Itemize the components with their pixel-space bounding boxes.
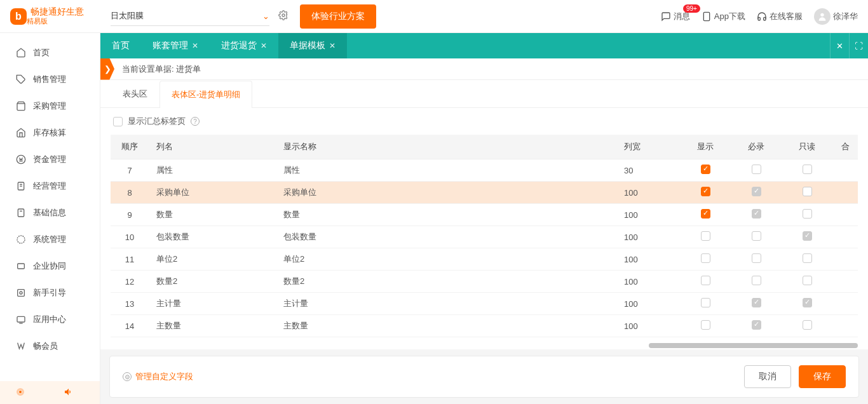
tab-3[interactable]: 单据模板✕ (278, 33, 347, 58)
manage-custom-fields-link[interactable]: ⚙ 管理自定义字段 (123, 371, 193, 382)
close-icon[interactable]: ✕ (261, 41, 267, 50)
checkbox[interactable] (803, 187, 812, 196)
org-name: 日太阳膜 (111, 10, 144, 22)
checkbox[interactable] (803, 276, 812, 285)
checkbox[interactable] (701, 209, 710, 219)
checkbox[interactable] (701, 320, 710, 330)
sidebar-item-8[interactable]: 企业协同 (0, 253, 100, 279)
tab-1[interactable]: 账套管理✕ (141, 33, 210, 58)
close-tab-button[interactable]: ✕ (830, 33, 849, 58)
col-show: 显示 (680, 135, 731, 159)
sidebar-item-11[interactable]: 畅会员 (0, 333, 100, 360)
tab-2[interactable]: 进货退货✕ (210, 33, 278, 58)
table-row[interactable]: 14主数量主数量100 (111, 315, 858, 337)
checkbox[interactable] (701, 276, 710, 285)
sidebar-item-2[interactable]: 采购管理 (0, 93, 100, 119)
avatar-icon (814, 8, 831, 25)
online-service-button[interactable]: 在线客服 (757, 11, 803, 22)
svg-rect-1 (703, 12, 709, 20)
org-selector[interactable]: 日太阳膜 ⌄ (111, 6, 269, 26)
svg-point-11 (17, 236, 25, 243)
table-row[interactable]: 13主计量主计量100 (111, 293, 858, 315)
sidebar-item-3[interactable]: 库存核算 (0, 119, 100, 146)
cancel-button[interactable]: 取消 (744, 365, 791, 388)
phone-icon (702, 11, 712, 22)
sync-icon (15, 234, 27, 245)
user-menu[interactable]: 徐泽华 (814, 8, 858, 25)
checkbox (803, 298, 812, 307)
footer-gear-icon[interactable] (15, 387, 25, 399)
close-icon[interactable]: ✕ (329, 41, 336, 50)
checkbox[interactable] (752, 276, 761, 285)
cart-icon (15, 100, 27, 112)
clip-icon (15, 180, 27, 192)
checkbox[interactable] (752, 165, 761, 174)
save-button[interactable]: 保存 (799, 365, 846, 388)
messages-button[interactable]: 消息 99+ (661, 11, 690, 22)
tab-0[interactable]: 首页 (100, 33, 141, 58)
tv-icon (15, 314, 27, 325)
sidebar-item-7[interactable]: 系统管理 (0, 226, 100, 253)
svg-point-3 (820, 13, 824, 16)
checkbox[interactable] (803, 320, 812, 330)
checkbox[interactable] (803, 165, 812, 174)
horizontal-scrollbar[interactable] (111, 343, 858, 349)
subtab-0[interactable]: 表头区 (111, 80, 159, 107)
message-badge: 99+ (683, 4, 700, 13)
table-row[interactable]: 7属性属性30 (111, 159, 858, 182)
sidebar-item-0[interactable]: 首页 (0, 39, 100, 66)
breadcrumb: ❯ 当前设置单据: 进货单 (100, 58, 868, 80)
sidebar-item-1[interactable]: 销售管理 (0, 66, 100, 93)
logo[interactable]: b 畅捷通好生意 精易版 (10, 6, 100, 26)
table-row[interactable]: 15报价报价80 (111, 337, 858, 341)
message-icon (661, 11, 671, 22)
house-icon (15, 127, 27, 138)
table-row[interactable]: 8采购单位采购单位100 (111, 182, 858, 204)
vip-icon (15, 340, 27, 352)
checkbox[interactable] (701, 253, 710, 263)
checkbox[interactable] (701, 187, 710, 196)
chevron-down-icon: ⌄ (262, 11, 269, 21)
logo-subtitle: 精易版 (27, 17, 84, 26)
svg-rect-12 (18, 264, 25, 269)
checkbox[interactable] (701, 298, 710, 307)
svg-point-14 (20, 292, 22, 294)
checkbox[interactable] (803, 209, 812, 219)
checkbox[interactable] (752, 253, 761, 263)
arrow-right-icon: ❯ (100, 58, 114, 80)
checkbox (752, 187, 761, 196)
sidebar-item-9[interactable]: 新手引导 (0, 279, 100, 306)
table-row[interactable]: 10包装数量包装数量100 (111, 226, 858, 248)
sidebar-item-5[interactable]: 经营管理 (0, 173, 100, 199)
svg-rect-13 (18, 290, 25, 297)
show-summary-checkbox[interactable] (113, 117, 123, 126)
sidebar-footer (0, 381, 100, 404)
sidebar-item-4[interactable]: 资金管理 (0, 146, 100, 173)
close-icon[interactable]: ✕ (192, 41, 198, 50)
checkbox[interactable] (803, 253, 812, 263)
table-row[interactable]: 11单位2单位2100 (111, 248, 858, 271)
config-table: 顺序 列名 显示名称 列宽 显示 必录 只读 合 7属性 (100, 135, 868, 340)
settings-icon[interactable] (278, 10, 288, 22)
checkbox[interactable] (701, 165, 710, 174)
sidebar-item-6[interactable]: 基础信息 (0, 199, 100, 226)
footer-sound-icon[interactable] (64, 387, 74, 399)
table-row[interactable]: 12数量2数量2100 (111, 271, 858, 293)
svg-point-17 (19, 391, 22, 393)
subtab-1[interactable]: 表体区-进货单明细 (159, 81, 252, 108)
table-row[interactable]: 9数量数量100 (111, 204, 858, 226)
logo-text: 畅捷通好生意 (31, 6, 84, 17)
sub-tabs: 表头区表体区-进货单明细 (100, 80, 868, 108)
show-summary-label: 显示汇总标签页 (128, 116, 186, 127)
svg-rect-15 (17, 316, 25, 322)
fullscreen-button[interactable]: ⛶ (849, 33, 868, 58)
help-icon[interactable]: ? (191, 117, 200, 126)
app-download-button[interactable]: App下载 (702, 11, 745, 22)
industry-plan-button[interactable]: 体验行业方案 (300, 4, 376, 29)
checkbox[interactable] (752, 231, 761, 241)
home-icon (15, 47, 27, 58)
checkbox[interactable] (701, 231, 710, 241)
checkbox (803, 231, 812, 241)
sidebar-item-10[interactable]: 应用中心 (0, 306, 100, 333)
tag-icon (15, 74, 27, 85)
